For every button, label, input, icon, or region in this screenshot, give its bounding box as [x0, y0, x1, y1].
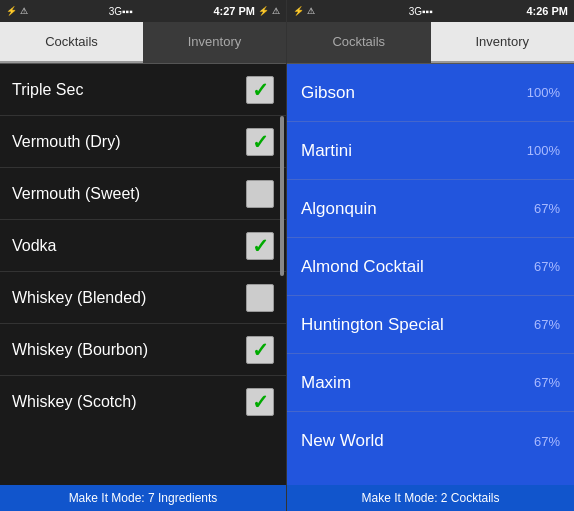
right-content: Gibson 100% Martini 100% Algonquin 67% A…: [287, 64, 574, 485]
left-alert2-icon: ⚠: [272, 6, 280, 16]
left-status-center: 3G▪▪▪: [109, 6, 133, 17]
left-network-icon: 3G▪▪▪: [109, 6, 133, 17]
right-tab-bar: Cocktails Inventory: [287, 22, 574, 64]
right-status-right: 4:26 PM: [526, 5, 568, 17]
right-time: 4:26 PM: [526, 5, 568, 17]
cocktail-item[interactable]: Gibson 100%: [287, 64, 574, 122]
cocktail-item[interactable]: Maxim 67%: [287, 354, 574, 412]
left-tab-bar: Cocktails Inventory: [0, 22, 286, 64]
checkbox-0[interactable]: ✓: [246, 76, 274, 104]
list-item[interactable]: Vermouth (Dry) ✓: [0, 116, 286, 168]
left-phone-panel: ⚡ ⚠ 3G▪▪▪ 4:27 PM ⚡ ⚠ Cocktails Inventor…: [0, 0, 287, 511]
left-tab-inventory[interactable]: Inventory: [143, 22, 286, 63]
right-status-left: ⚡ ⚠: [293, 6, 315, 16]
right-network-icon: 3G▪▪▪: [409, 6, 433, 17]
usb-icon: ⚡: [6, 6, 17, 16]
right-alert-icon: ⚠: [307, 6, 315, 16]
checkbox-1[interactable]: ✓: [246, 128, 274, 156]
left-content: Triple Sec ✓ Vermouth (Dry) ✓ Vermouth (…: [0, 64, 286, 485]
left-status-bar: ⚡ ⚠ 3G▪▪▪ 4:27 PM ⚡ ⚠: [0, 0, 286, 22]
right-tab-cocktails[interactable]: Cocktails: [287, 22, 431, 63]
right-bottom-bar: Make It Mode: 2 Cocktails: [287, 485, 574, 511]
checkbox-6[interactable]: ✓: [246, 388, 274, 416]
list-item[interactable]: Whiskey (Blended): [0, 272, 286, 324]
list-item[interactable]: Whiskey (Bourbon) ✓: [0, 324, 286, 376]
left-status-right: 4:27 PM ⚡ ⚠: [213, 5, 280, 17]
left-time: 4:27 PM: [213, 5, 255, 17]
list-item[interactable]: Whiskey (Scotch) ✓: [0, 376, 286, 428]
alert-icon: ⚠: [20, 6, 28, 16]
list-item[interactable]: Triple Sec ✓: [0, 64, 286, 116]
cocktail-item[interactable]: New World 67%: [287, 412, 574, 470]
left-bottom-bar: Make It Mode: 7 Ingredients: [0, 485, 286, 511]
list-item[interactable]: Vermouth (Sweet): [0, 168, 286, 220]
cocktail-item[interactable]: Almond Cocktail 67%: [287, 238, 574, 296]
right-phone-panel: ⚡ ⚠ 3G▪▪▪ 4:26 PM Cocktails Inventory Gi…: [287, 0, 574, 511]
right-tab-inventory[interactable]: Inventory: [431, 22, 575, 63]
scrollbar[interactable]: [280, 116, 284, 276]
checkbox-2[interactable]: [246, 180, 274, 208]
right-usb-icon: ⚡: [293, 6, 304, 16]
cocktail-item[interactable]: Martini 100%: [287, 122, 574, 180]
left-status-left: ⚡ ⚠: [6, 6, 28, 16]
checkbox-3[interactable]: ✓: [246, 232, 274, 260]
left-usb2-icon: ⚡: [258, 6, 269, 16]
cocktail-item[interactable]: Algonquin 67%: [287, 180, 574, 238]
cocktail-item[interactable]: Huntington Special 67%: [287, 296, 574, 354]
right-status-bar: ⚡ ⚠ 3G▪▪▪ 4:26 PM: [287, 0, 574, 22]
left-tab-cocktails[interactable]: Cocktails: [0, 22, 143, 63]
right-status-center: 3G▪▪▪: [409, 6, 433, 17]
checkbox-5[interactable]: ✓: [246, 336, 274, 364]
checkbox-4[interactable]: [246, 284, 274, 312]
list-item[interactable]: Vodka ✓: [0, 220, 286, 272]
